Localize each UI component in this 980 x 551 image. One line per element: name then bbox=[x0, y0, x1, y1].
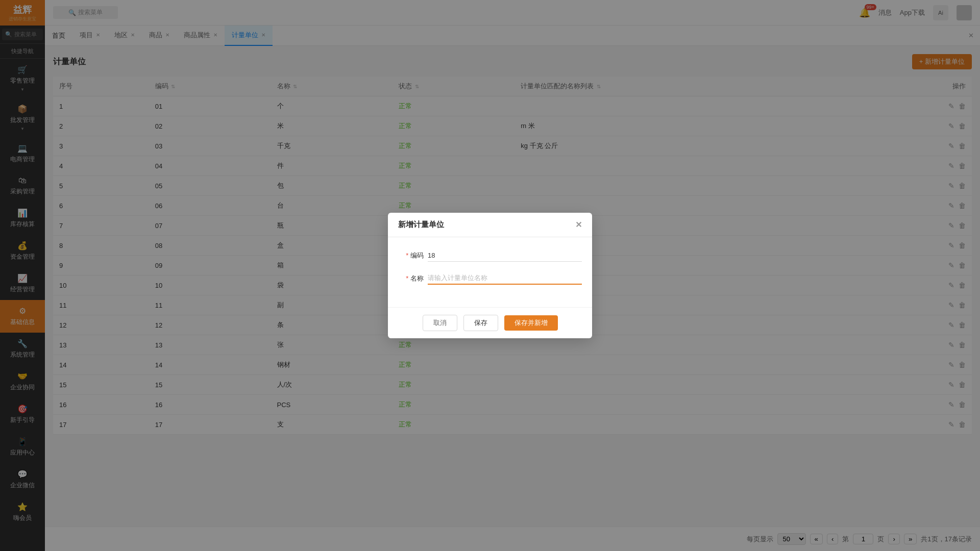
modal-close-button[interactable]: ✕ bbox=[575, 220, 582, 230]
code-field-row: * 编码 bbox=[398, 249, 582, 262]
code-required: * bbox=[406, 252, 408, 259]
name-required: * bbox=[406, 274, 408, 282]
save-and-new-button[interactable]: 保存并新增 bbox=[504, 315, 558, 331]
code-label: * 编码 bbox=[398, 251, 424, 260]
code-label-text: 编码 bbox=[410, 252, 424, 259]
add-unit-modal: 新增计量单位 ✕ * 编码 * 名称 取消 保存 保存并新增 bbox=[388, 213, 592, 338]
modal-header: 新增计量单位 ✕ bbox=[388, 213, 592, 237]
name-field-row: * 名称 bbox=[398, 272, 582, 285]
code-input[interactable] bbox=[428, 249, 582, 262]
save-button[interactable]: 保存 bbox=[463, 315, 498, 331]
cancel-button[interactable]: 取消 bbox=[423, 315, 457, 331]
name-label: * 名称 bbox=[398, 274, 424, 283]
name-input[interactable] bbox=[428, 272, 582, 285]
name-label-text: 名称 bbox=[410, 274, 424, 282]
modal-footer: 取消 保存 保存并新增 bbox=[388, 307, 592, 338]
modal-overlay[interactable]: 新增计量单位 ✕ * 编码 * 名称 取消 保存 保存并新增 bbox=[0, 0, 980, 551]
modal-title: 新增计量单位 bbox=[398, 220, 444, 230]
modal-body: * 编码 * 名称 bbox=[388, 237, 592, 307]
